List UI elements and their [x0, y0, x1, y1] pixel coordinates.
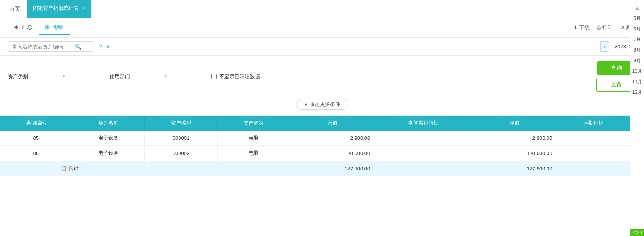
sidebar-month[interactable]: 8月 [631, 45, 644, 55]
cell-current-provision [557, 146, 630, 161]
cell-category-name: 电子设备 [72, 146, 145, 161]
filter-row-1: 资产类别 ▾ 使用部门 ▾ 不显示已清理数据 查询 重置 [8, 61, 636, 92]
print-icon: ⎙ [597, 25, 601, 30]
collapse-button[interactable]: ∧ 收起更多条件 [296, 99, 348, 110]
collapse-up-icon: ∧ [304, 102, 308, 107]
download-button[interactable]: ⤓ 下载 [574, 24, 590, 31]
active-tab[interactable]: 固定资产折旧统计表 × [27, 0, 91, 18]
download-icon: ⤓ [574, 25, 578, 30]
tab-summary-label: 汇总 [22, 24, 32, 31]
sidebar-month[interactable]: 6月 [631, 24, 644, 34]
cell-acc-depreciation [375, 146, 472, 161]
more-conditions-button[interactable]: ⧩ ∨ [99, 43, 110, 50]
filter-icon: ⧩ [99, 43, 103, 50]
sidebar-month[interactable]: 10月 [631, 66, 644, 77]
table-row: 05 电子设备 000001 电脑 2,900.00 2,900.00 [0, 131, 630, 146]
no-clean-data-wrap: 不显示已清理数据 [211, 73, 260, 80]
collapse-bar: ∧ 收起更多条件 [8, 97, 636, 112]
top-nav: 首页 固定资产折旧统计表 × × [0, 0, 644, 18]
sidebar-month[interactable]: 9月 [631, 55, 644, 66]
total-asset-name [217, 161, 290, 176]
home-link[interactable]: 首页 [6, 5, 23, 13]
cell-original-value: 120,000.00 [290, 146, 375, 161]
asset-category-arrow: ▾ [63, 74, 92, 79]
search-wrap[interactable]: 🔍 [8, 41, 94, 52]
cell-asset-code: 000001 [145, 131, 218, 146]
cell-category-name: 电子设备 [72, 131, 145, 146]
total-label: 📋合计： [0, 161, 145, 176]
table-wrap: 类别编码 类别名称 资产编码 资产名称 原值 期初累计折旧 净值 本期计提 05… [0, 116, 630, 236]
col-category-code: 类别编码 [0, 116, 72, 131]
usage-dept-label: 使用部门 [110, 73, 130, 80]
col-category-name: 类别名称 [72, 116, 145, 131]
search-icon[interactable]: 🔍 [75, 43, 81, 50]
cell-asset-name: 电脑 [217, 131, 290, 146]
total-acc-depreciation [375, 161, 472, 176]
collapse-label: 收起更多条件 [310, 101, 340, 108]
table-row: 05 电子设备 000002 电脑 120,000.00 120,000.00 [0, 146, 630, 161]
no-clean-data-label: 不显示已清理数据 [219, 73, 260, 80]
detail-icon: ⊞ [45, 24, 50, 31]
summary-icon: ⊕ [14, 24, 19, 31]
search-input[interactable] [12, 44, 75, 50]
usage-dept-field: 使用部门 ▾ [110, 73, 196, 80]
right-sidebar: ▲ 5月6月7月8月9月10月11月12月 2023 [630, 0, 644, 236]
cell-asset-name: 电脑 [217, 146, 290, 161]
download-label: 下载 [579, 24, 590, 31]
cell-net-value: 120,000.00 [472, 146, 557, 161]
sidebar-year: 2023 [630, 229, 644, 236]
total-row: 📋合计： 122,900.00 122,900.00 [0, 161, 630, 176]
sidebar-month[interactable]: 11月 [631, 77, 644, 87]
expand-right-button[interactable]: › [600, 41, 609, 52]
total-original-value: 122,900.00 [290, 161, 375, 176]
print-label: 打印 [602, 24, 612, 31]
cell-original-value: 2,900.00 [290, 131, 375, 146]
total-current-provision [557, 161, 630, 176]
usage-dept-arrow: ▾ [164, 74, 194, 79]
sidebar-scroll-up[interactable]: ▲ [633, 3, 642, 13]
col-current-provision: 本期计提 [557, 116, 630, 131]
tab-detail[interactable]: ⊞ 明细 [39, 21, 70, 35]
filter-bar: 🔍 ⧩ ∨ › 2023.01 [0, 38, 644, 56]
tab-detail-label: 明细 [52, 24, 63, 31]
tab-close-icon[interactable]: × [82, 5, 85, 11]
cell-category-code: 05 [0, 146, 72, 161]
extended-filter: 资产类别 ▾ 使用部门 ▾ 不显示已清理数据 查询 重置 ∧ 收起更多条件 [0, 56, 644, 116]
total-net-value: 122,900.00 [472, 161, 557, 176]
col-asset-code: 资产编码 [145, 116, 218, 131]
cell-net-value: 2,900.00 [472, 131, 557, 146]
tab-summary[interactable]: ⊕ 汇总 [8, 21, 39, 35]
data-table: 类别编码 类别名称 资产编码 资产名称 原值 期初累计折旧 净值 本期计提 05… [0, 116, 630, 176]
col-asset-name: 资产名称 [217, 116, 290, 131]
col-acc-depreciation: 期初累计折旧 [375, 116, 472, 131]
total-asset-code [145, 161, 218, 176]
sidebar-month[interactable]: 12月 [631, 87, 644, 98]
cell-current-provision [557, 131, 630, 146]
sidebar-month[interactable]: 7月 [631, 34, 644, 45]
no-clean-data-checkbox[interactable] [211, 74, 217, 79]
col-original-value: 原值 [290, 116, 375, 131]
print-button[interactable]: ⎙ 打印 [597, 24, 612, 31]
sidebar-month[interactable]: 5月 [631, 13, 644, 24]
asset-category-label: 资产类别 [8, 73, 28, 80]
asset-category-select[interactable]: ▾ [31, 73, 94, 80]
cell-acc-depreciation [375, 131, 472, 146]
tab-label: 固定资产折旧统计表 [33, 5, 79, 12]
chevron-down-icon: ∨ [106, 44, 110, 50]
refresh-icon: ↺ [620, 25, 624, 30]
cell-category-code: 05 [0, 131, 72, 146]
table-header-row: 类别编码 类别名称 资产编码 资产名称 原值 期初累计折旧 净值 本期计提 [0, 116, 630, 131]
asset-category-field: 资产类别 ▾ [8, 73, 94, 80]
cell-asset-code: 000002 [145, 146, 218, 161]
usage-dept-select[interactable]: ▾ [133, 73, 196, 80]
toolbar-right: ⤓ 下载 ⎙ 打印 ↺ 刷新 [574, 24, 636, 31]
sub-tabs-bar: ⊕ 汇总 ⊞ 明细 ⤓ 下载 ⎙ 打印 ↺ 刷新 [0, 18, 644, 38]
col-net-value: 净值 [472, 116, 557, 131]
